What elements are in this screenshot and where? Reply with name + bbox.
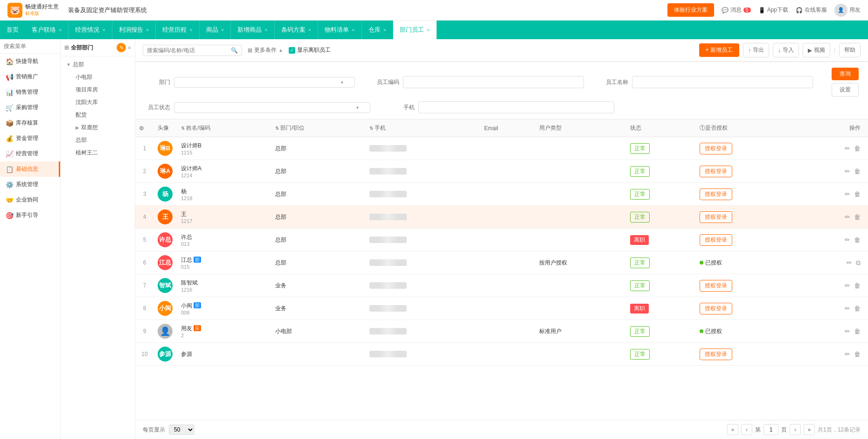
set-button[interactable]: 设置 xyxy=(832,83,859,97)
phone-value xyxy=(369,282,407,289)
sidebar-item-collab[interactable]: 🤝 企业协同 xyxy=(0,192,60,208)
view-button[interactable]: ▶ 视频 xyxy=(803,43,830,57)
edit-icon[interactable]: ✏ xyxy=(845,328,850,335)
auth-login-button[interactable]: 授权登录 xyxy=(700,143,732,154)
emp-code-input[interactable] xyxy=(403,76,584,88)
online-service-btn[interactable]: 🎧 在线客服 xyxy=(796,6,827,14)
dept-child-shenyang[interactable]: 沈阳大库 xyxy=(72,96,135,109)
add-employee-button[interactable]: + 新增员工 xyxy=(699,43,739,57)
edit-icon[interactable]: ✏ xyxy=(845,350,850,358)
search-menu-input[interactable] xyxy=(4,43,61,49)
tab-warehouse[interactable]: 仓库 × xyxy=(362,21,393,39)
delete-icon[interactable]: 🗑 xyxy=(854,282,861,289)
auth-login-button[interactable]: 授权登录 xyxy=(700,234,732,246)
message-btn[interactable]: 💬 消息 5 xyxy=(722,6,751,14)
app-download-btn[interactable]: 📱 App下载 xyxy=(758,6,788,14)
edit-icon[interactable]: ✏ xyxy=(845,305,850,312)
col-settings-header[interactable]: ⚙ xyxy=(135,119,154,137)
sidebar-item-finance[interactable]: 💰 资金管理 xyxy=(0,131,60,146)
sidebar-item-sales[interactable]: 📊 销售管理 xyxy=(0,84,60,100)
dept-child-distribution[interactable]: 配货 xyxy=(72,109,135,121)
tab-dept-employee[interactable]: 部门员工 × xyxy=(393,21,437,39)
sidebar-item-system[interactable]: ⚙️ 系统管理 xyxy=(0,177,60,192)
delete-icon[interactable]: 🗑 xyxy=(854,236,861,244)
tab-home[interactable]: 首页 xyxy=(0,21,25,39)
user-avatar-area[interactable]: 👤 用友 xyxy=(834,4,861,17)
page-size-select[interactable]: 50 100 200 xyxy=(169,425,194,435)
settings-icon[interactable]: ⚙ xyxy=(139,125,144,132)
close-icon-active[interactable]: × xyxy=(427,27,430,33)
sidebar-item-ops[interactable]: 📈 经营管理 xyxy=(0,146,60,161)
close-icon[interactable]: × xyxy=(189,27,192,33)
close-icon[interactable]: × xyxy=(264,27,267,33)
phone-input[interactable] xyxy=(418,101,615,113)
tab-operation[interactable]: 经营情况 × xyxy=(69,21,112,39)
close-icon[interactable]: × xyxy=(308,27,311,33)
dept-settings-btn[interactable]: ✎ xyxy=(117,43,126,52)
edit-icon[interactable]: ✏ xyxy=(845,145,850,152)
auth-login-button[interactable]: 授权登录 xyxy=(700,348,732,360)
tab-add-goods[interactable]: 新增商品 × xyxy=(231,21,274,39)
edit-icon[interactable]: ✏ xyxy=(847,259,852,266)
next-page-btn[interactable]: › xyxy=(790,424,801,435)
copy-icon[interactable]: ⧉ xyxy=(856,259,861,267)
search-button[interactable]: 查询 xyxy=(832,68,859,80)
import-button[interactable]: ↓ 导入 xyxy=(773,43,799,57)
auth-login-button[interactable]: 授权登录 xyxy=(700,166,732,177)
close-icon[interactable]: × xyxy=(102,27,105,33)
search-input[interactable] xyxy=(147,47,231,54)
delete-icon[interactable]: 🗑 xyxy=(854,305,861,312)
dept-child-shuanglu[interactable]: ▶ 双鹿想 xyxy=(72,121,135,134)
last-page-btn[interactable]: » xyxy=(804,424,815,435)
sidebar-item-marketing[interactable]: 📢 营销推广 xyxy=(0,69,60,84)
tab-goods[interactable]: 商品 × xyxy=(200,21,231,39)
dept-child-project[interactable]: 项目库房 xyxy=(72,84,135,96)
edit-icon[interactable]: ✏ xyxy=(845,167,850,175)
tab-bom[interactable]: 物料清单 × xyxy=(318,21,361,39)
dept-child-xiaodian[interactable]: 小电部 xyxy=(72,71,135,84)
sidebar-item-purchase[interactable]: 🛒 采购管理 xyxy=(0,100,60,115)
row-num: 2 xyxy=(135,160,154,183)
dept-collapse-btn[interactable]: « xyxy=(128,44,131,51)
auth-login-button[interactable]: 授权登录 xyxy=(700,211,732,223)
dept-node-head[interactable]: ▼ 总部 xyxy=(61,58,135,71)
auth-login-button[interactable]: 授权登录 xyxy=(700,188,732,200)
edit-icon[interactable]: ✏ xyxy=(845,190,850,198)
tab-history[interactable]: 经营历程 × xyxy=(156,21,199,39)
export-button[interactable]: ↑ 导出 xyxy=(743,43,769,57)
close-icon[interactable]: × xyxy=(352,27,354,33)
prev-page-btn[interactable]: ‹ xyxy=(741,424,752,435)
first-page-btn[interactable]: « xyxy=(727,424,738,435)
delete-icon[interactable]: 🗑 xyxy=(854,145,861,152)
dept-select[interactable]: ▾ xyxy=(174,77,355,88)
edit-icon[interactable]: ✏ xyxy=(845,213,850,221)
close-icon[interactable]: × xyxy=(221,27,224,33)
edit-icon[interactable]: ✏ xyxy=(845,236,850,244)
trial-button[interactable]: 体验行业方案 xyxy=(667,3,714,17)
auth-login-button[interactable]: 授权登录 xyxy=(700,303,732,314)
sidebar-item-guide[interactable]: 🎯 新手引导 xyxy=(0,208,60,223)
show-resigned-toggle[interactable]: ✓ 显示离职员工 xyxy=(289,46,331,54)
dept-child-headquarters[interactable]: 总部 xyxy=(72,134,135,146)
delete-icon[interactable]: 🗑 xyxy=(854,167,861,175)
close-icon[interactable]: × xyxy=(383,27,386,33)
emp-status-select[interactable]: ▾ xyxy=(174,102,370,113)
delete-icon[interactable]: 🗑 xyxy=(854,190,861,198)
close-icon[interactable]: × xyxy=(146,27,149,33)
more-filter-btn[interactable]: ⊞ 更多条件 ▲ xyxy=(248,46,283,54)
sidebar-item-basic[interactable]: 📋 基础信息 xyxy=(0,161,60,177)
help-button[interactable]: 帮助 xyxy=(839,43,861,57)
sidebar-item-nav[interactable]: 🏠 快捷导航 xyxy=(0,54,60,69)
delete-icon[interactable]: 🗑 xyxy=(854,350,861,358)
delete-icon[interactable]: 🗑 xyxy=(854,213,861,221)
close-icon[interactable]: × xyxy=(59,27,62,33)
emp-name-input[interactable] xyxy=(632,76,813,88)
sidebar-item-inventory[interactable]: 📦 库存核算 xyxy=(0,115,60,131)
delete-icon[interactable]: 🗑 xyxy=(854,328,861,335)
edit-icon[interactable]: ✏ xyxy=(845,282,850,289)
tab-customer[interactable]: 客户联络 × xyxy=(25,21,69,39)
dept-child-zhishu[interactable]: 植树王二 xyxy=(72,146,135,159)
tab-profit[interactable]: 利润报告 × xyxy=(112,21,156,39)
tab-barcode[interactable]: 条码方案 × xyxy=(275,21,318,39)
auth-login-button[interactable]: 授权登录 xyxy=(700,280,732,292)
